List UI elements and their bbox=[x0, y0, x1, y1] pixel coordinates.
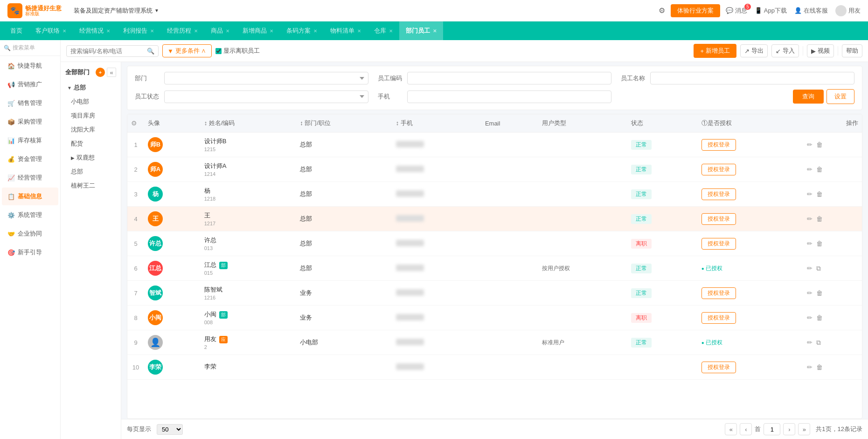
settings-col-header[interactable]: ⚙ bbox=[127, 114, 144, 132]
dept-select[interactable] bbox=[164, 72, 368, 84]
more-filter-button[interactable]: ▼ 更多条件 ∧ bbox=[162, 44, 212, 57]
edit-icon[interactable]: ✏ bbox=[807, 314, 812, 321]
copy-icon[interactable]: ⧉ bbox=[816, 265, 821, 272]
export-button[interactable]: ↗ 导出 bbox=[740, 44, 768, 57]
dept-item-general[interactable]: ▼总部 bbox=[61, 81, 121, 95]
sidebar-item-basic[interactable]: 📋 基础信息 bbox=[2, 188, 58, 205]
close-icon[interactable]: ✕ bbox=[226, 28, 229, 34]
sidebar-search[interactable]: 🔍 搜索菜单 bbox=[0, 40, 60, 56]
close-icon[interactable]: ✕ bbox=[313, 28, 317, 34]
nav-tab-customer[interactable]: 客户联络 ✕ bbox=[29, 21, 73, 40]
search-box[interactable]: 🔍 bbox=[66, 45, 159, 57]
nav-tab-warehouse[interactable]: 仓库 ✕ bbox=[368, 21, 399, 40]
add-employee-button[interactable]: + 新增员工 bbox=[694, 44, 736, 58]
delete-icon[interactable]: 🗑 bbox=[816, 215, 823, 223]
auth-button[interactable]: 授权登录 bbox=[701, 312, 736, 324]
edit-icon[interactable]: ✏ bbox=[807, 363, 812, 371]
dept-item-shenyang[interactable]: 沈阳大库 bbox=[61, 123, 121, 137]
dept-collapse-icon[interactable]: « bbox=[107, 68, 116, 77]
close-icon[interactable]: ✕ bbox=[357, 28, 361, 34]
nav-tab-history[interactable]: 经营历程 ✕ bbox=[160, 21, 204, 40]
close-icon[interactable]: ✕ bbox=[106, 28, 110, 34]
emp-code-input[interactable] bbox=[407, 72, 611, 84]
nav-tab-home[interactable]: 首页 bbox=[4, 21, 29, 40]
sidebar-item-marketing[interactable]: 📢 营销推广 bbox=[2, 76, 58, 93]
edit-icon[interactable]: ✏ bbox=[807, 339, 812, 346]
page-number-input[interactable] bbox=[764, 423, 780, 435]
edit-icon[interactable]: ✏ bbox=[807, 265, 812, 272]
auth-button[interactable]: 授权登录 bbox=[701, 139, 736, 151]
settings-button[interactable]: ⚙ bbox=[659, 6, 665, 15]
delete-icon[interactable]: 🗑 bbox=[816, 314, 823, 321]
app-download-button[interactable]: 📱 App下载 bbox=[755, 7, 787, 15]
close-icon[interactable]: ✕ bbox=[150, 28, 154, 34]
close-icon[interactable]: ✕ bbox=[62, 28, 66, 34]
sidebar-item-nav[interactable]: 🏠 快捷导航 bbox=[2, 57, 58, 75]
nav-tab-profit[interactable]: 利润报告 ✕ bbox=[117, 21, 160, 40]
reset-button[interactable]: 设置 bbox=[826, 89, 854, 104]
auth-button[interactable]: 授权登录 bbox=[701, 362, 736, 373]
col-phone[interactable]: ↕ 手机 bbox=[392, 114, 481, 132]
sidebar-item-purchase[interactable]: 📦 采购管理 bbox=[2, 113, 58, 131]
dept-item-project[interactable]: 项目库房 bbox=[61, 109, 121, 123]
sidebar-item-collab[interactable]: 🤝 企业协同 bbox=[2, 225, 58, 243]
sidebar-item-manage[interactable]: 📈 经营管理 bbox=[2, 169, 58, 187]
auth-button[interactable]: 授权登录 bbox=[701, 238, 736, 250]
edit-icon[interactable]: ✏ bbox=[807, 190, 812, 198]
nav-tab-employees[interactable]: 部门员工 ✕ bbox=[399, 21, 443, 40]
nav-tab-add-goods[interactable]: 新增商品 ✕ bbox=[236, 21, 280, 40]
next-page-button[interactable]: › bbox=[783, 423, 795, 435]
close-icon[interactable]: ✕ bbox=[270, 28, 273, 34]
col-name[interactable]: ↕ 姓名/编码 bbox=[201, 114, 297, 132]
edit-icon[interactable]: ✏ bbox=[807, 215, 812, 223]
delete-icon[interactable]: 🗑 bbox=[816, 363, 823, 371]
show-resigned-checkbox[interactable] bbox=[215, 48, 222, 54]
delete-icon[interactable]: 🗑 bbox=[816, 141, 823, 148]
edit-icon[interactable]: ✏ bbox=[807, 240, 812, 247]
emp-name-input[interactable] bbox=[650, 72, 854, 84]
search-submit-icon[interactable]: 🔍 bbox=[147, 48, 154, 55]
message-button[interactable]: 💬 消息 5 bbox=[726, 7, 747, 15]
online-service-button[interactable]: 👤 在线客服 bbox=[794, 7, 828, 15]
edit-icon[interactable]: ✏ bbox=[807, 141, 812, 148]
dept-item-small-elec[interactable]: 小电部 bbox=[61, 95, 121, 109]
last-page-button[interactable]: » bbox=[798, 423, 810, 435]
nav-tab-bom[interactable]: 物料清单 ✕ bbox=[324, 21, 368, 40]
auth-button[interactable]: 授权登录 bbox=[701, 287, 736, 299]
user-menu[interactable]: 用友 bbox=[835, 5, 861, 16]
delete-icon[interactable]: 🗑 bbox=[816, 190, 823, 198]
dept-item-plant[interactable]: 植树王二 bbox=[61, 179, 121, 193]
auth-button[interactable]: 授权登录 bbox=[701, 213, 736, 225]
auth-button[interactable]: 授权登录 bbox=[701, 188, 736, 200]
auth-button[interactable]: 授权登录 bbox=[701, 164, 736, 175]
phone-input[interactable] bbox=[407, 91, 611, 103]
trial-button[interactable]: 体验行业方案 bbox=[671, 4, 720, 17]
edit-icon[interactable]: ✏ bbox=[807, 166, 812, 173]
nav-tab-operations[interactable]: 经营情况 ✕ bbox=[73, 21, 117, 40]
first-page-button[interactable]: « bbox=[725, 423, 737, 435]
emp-status-select[interactable] bbox=[164, 91, 368, 103]
sidebar-item-system[interactable]: ⚙️ 系统管理 bbox=[2, 206, 58, 224]
delete-icon[interactable]: 🗑 bbox=[816, 240, 823, 247]
delete-icon[interactable]: 🗑 bbox=[816, 166, 823, 173]
sidebar-item-sales[interactable]: 🛒 销售管理 bbox=[2, 94, 58, 112]
sidebar-item-inventory[interactable]: 📊 库存核算 bbox=[2, 132, 58, 149]
show-resigned-label[interactable]: 显示离职员工 bbox=[215, 47, 260, 55]
copy-icon[interactable]: ⧉ bbox=[816, 339, 821, 347]
close-icon[interactable]: ✕ bbox=[389, 28, 393, 34]
system-select[interactable]: 装备及固定资产辅助管理系统 ▼ bbox=[74, 7, 653, 15]
import-button[interactable]: ↙ 导入 bbox=[771, 44, 799, 57]
search-input[interactable] bbox=[70, 48, 145, 55]
sidebar-item-guide[interactable]: 🎯 新手引导 bbox=[2, 244, 58, 261]
dept-item-head[interactable]: 总部 bbox=[61, 165, 121, 179]
dept-item-double[interactable]: ▶双鹿想 bbox=[61, 151, 121, 165]
dept-add-icon[interactable]: + bbox=[96, 68, 105, 77]
sidebar-item-finance[interactable]: 💰 资金管理 bbox=[2, 150, 58, 168]
help-button[interactable]: 帮助 bbox=[842, 44, 862, 57]
per-page-select[interactable]: 50 100 bbox=[157, 424, 183, 435]
dept-item-distribution[interactable]: 配货 bbox=[61, 137, 121, 151]
video-button[interactable]: ▶ 视频 bbox=[807, 44, 834, 57]
col-dept[interactable]: ↕ 部门/职位 bbox=[296, 114, 392, 132]
close-icon[interactable]: ✕ bbox=[194, 28, 198, 34]
prev-page-button[interactable]: ‹ bbox=[740, 423, 752, 435]
